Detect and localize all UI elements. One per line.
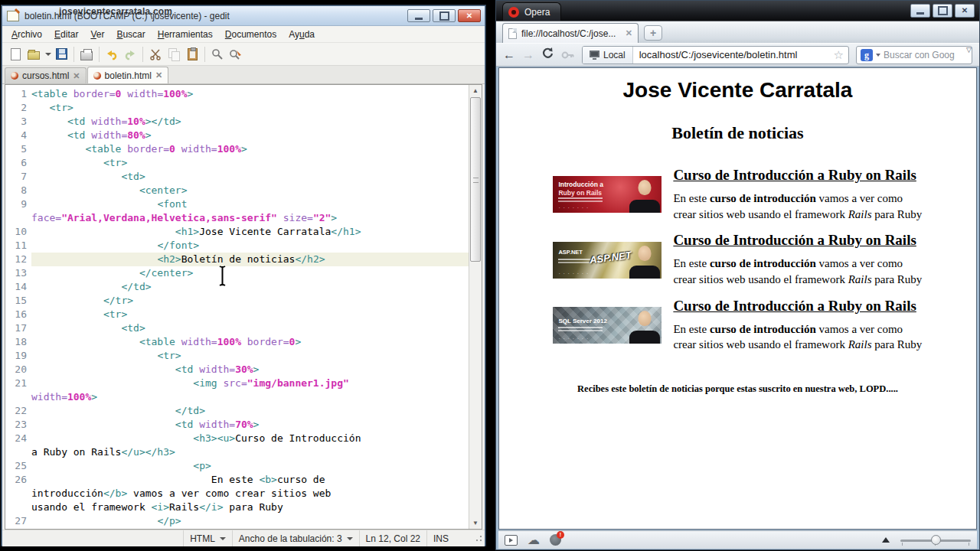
url-field[interactable]: localhost/C:/josevicente/boletin.html	[633, 49, 834, 60]
code-area[interactable]: 1<table border=0 width=100%>2 <tr>3 <td …	[5, 85, 469, 529]
menu-archivo[interactable]: Archivo	[5, 28, 48, 41]
open-dropdown-icon[interactable]	[43, 45, 52, 64]
code-line[interactable]: 6 <tr>	[5, 156, 469, 170]
code-line[interactable]: 27 </p>	[5, 514, 469, 528]
code-line[interactable]: 24 <h3><u>Curso de Introducción	[5, 432, 469, 445]
code-line[interactable]: 7 <td>	[5, 170, 469, 184]
gedit-close-button[interactable]: ✕	[458, 9, 481, 22]
local-badge[interactable]: Local	[583, 47, 633, 64]
zoom-menu-icon[interactable]	[882, 537, 890, 543]
turbo-icon[interactable]: !	[550, 534, 561, 546]
forward-icon[interactable]: →	[522, 49, 534, 61]
language-selector[interactable]: HTML	[183, 530, 232, 546]
code-line[interactable]: 20 <td width=30%>	[5, 363, 469, 377]
code-line[interactable]: 1<table border=0 width=100%>	[5, 87, 469, 101]
code-line[interactable]: a Ruby on Rails</u></h3>	[5, 445, 469, 459]
scroll-up-icon[interactable]: ▲	[469, 85, 482, 96]
back-icon[interactable]: ←	[503, 49, 515, 61]
undo-icon[interactable]	[103, 45, 121, 64]
code-line[interactable]: 13 </center>	[5, 266, 469, 280]
editor-tab-boletin.html[interactable]: boletin.html✕	[87, 67, 169, 83]
menu-herramientas[interactable]: Herramientas	[152, 28, 219, 41]
current-code-line[interactable]: 12 <h2>Boletín de noticias</h2>	[5, 253, 469, 266]
gedit-maximize-button[interactable]	[433, 9, 456, 22]
scroll-down-icon[interactable]: ▼	[469, 517, 482, 529]
editor-vertical-scrollbar[interactable]: ▲ ▼	[469, 85, 482, 529]
code-line[interactable]: 11 </font>	[5, 239, 469, 253]
opera-restore-button[interactable]	[933, 4, 952, 18]
find-replace-icon[interactable]	[227, 45, 245, 64]
scrollbar-thumb[interactable]	[470, 97, 481, 262]
code-line[interactable]: 21 <img src="img/banner1.jpg"	[5, 377, 469, 390]
tab-close-icon[interactable]: ✕	[155, 70, 162, 80]
tab-width-selector[interactable]: Ancho de la tabulación: 3	[232, 530, 359, 546]
code-line[interactable]: face="Arial,Verdana,Helvetica,sans-serif…	[5, 211, 469, 225]
code-line[interactable]: 16 <tr>	[5, 308, 469, 321]
code-line[interactable]: 9 <font	[5, 197, 469, 211]
search-engine-caret-icon[interactable]	[876, 54, 880, 57]
menu-ayuda[interactable]: Ayuda	[283, 28, 321, 41]
course-banner-image-aspnet[interactable]: ASP.NETASP.NET	[553, 242, 662, 279]
gedit-titlebar[interactable]: boletin.html (BOOTCAMP (C:) \josevicente…	[2, 6, 485, 26]
tab-list-chevron-icon[interactable]: ▽	[966, 46, 972, 54]
code-line[interactable]: 10 <h1>Jose Vicente Carratala</h1>	[5, 225, 469, 239]
code-line[interactable]: 17 <td>	[5, 321, 469, 335]
course-heading-link[interactable]: Curso de Introducción a Ruby on Rails	[673, 232, 927, 249]
code-line[interactable]: 15 </tr>	[5, 294, 469, 308]
code-line[interactable]: 18 <table width=100% border=0>	[5, 335, 469, 349]
search-box[interactable]: g Buscar con Goog	[856, 46, 972, 64]
panel-toggle-icon[interactable]	[505, 535, 518, 546]
gedit-minimize-button[interactable]	[407, 9, 430, 22]
opera-minimize-button[interactable]	[910, 4, 930, 18]
open-file-icon[interactable]	[24, 45, 43, 64]
cut-icon[interactable]	[146, 45, 165, 64]
code-line[interactable]: 4 <td width=80%>	[5, 129, 469, 142]
find-icon[interactable]	[208, 45, 227, 64]
code-line[interactable]: 22 </td>	[5, 404, 469, 418]
menu-documentos[interactable]: Documentos	[219, 28, 283, 41]
reload-icon[interactable]	[541, 47, 554, 63]
code-line[interactable]: width=100%>	[5, 390, 469, 404]
resize-grip[interactable]	[474, 534, 483, 543]
print-icon[interactable]	[77, 45, 96, 64]
menu-ver[interactable]: Ver	[84, 28, 110, 41]
course-heading-link[interactable]: Curso de Introducción a Ruby on Rails	[673, 298, 927, 315]
code-line[interactable]: 23 <td width=70%>	[5, 418, 469, 432]
code-line[interactable]: 2 <tr>	[5, 101, 469, 115]
code-line[interactable]: 19 <tr>	[5, 349, 469, 363]
browser-tab[interactable]: file://localhost/C:/jose... ✕	[502, 23, 639, 43]
instructor-photo	[629, 243, 661, 279]
bookmark-star-icon[interactable]: ☆	[834, 48, 848, 62]
new-tab-button[interactable]: +	[644, 25, 662, 41]
code-line[interactable]: 5 <table border=0 width=100%>	[5, 142, 469, 156]
code-line[interactable]: 26 En este <b>curso de	[5, 473, 469, 487]
code-line[interactable]: introducción</b> vamos a ver como crear …	[5, 487, 469, 500]
code-line[interactable]: 3 <td width=10%></td>	[5, 115, 469, 129]
zoom-slider[interactable]	[900, 534, 971, 546]
code-line[interactable]: usando el framework <i>Rails</i> para Ru…	[5, 500, 469, 514]
zoom-slider-handle[interactable]	[931, 535, 941, 545]
code-line[interactable]: 14 </td>	[5, 280, 469, 294]
code-line[interactable]: 25 <p>	[5, 459, 469, 473]
course-banner-image-sql[interactable]: SQL Server 2012	[553, 307, 662, 344]
course-banner-image-ruby[interactable]: Introducción aRuby on Rails	[553, 176, 662, 213]
tab-close-icon[interactable]: ✕	[73, 71, 80, 81]
opera-menu-button[interactable]: Opera	[502, 2, 561, 21]
menu-buscar[interactable]: Buscar	[110, 28, 151, 41]
course-heading-link[interactable]: Curso de Introducción a Ruby on Rails	[673, 167, 927, 184]
menu-editar[interactable]: Editar	[48, 28, 84, 41]
gedit-text-editor[interactable]: 1<table border=0 width=100%>2 <tr>3 <td …	[5, 84, 482, 530]
redo-icon[interactable]	[121, 45, 139, 64]
search-input[interactable]: Buscar con Goog	[884, 50, 955, 60]
paste-icon[interactable]	[183, 45, 201, 64]
cloud-sync-icon[interactable]: ☁	[528, 534, 540, 546]
editor-tab-cursos.html[interactable]: cursos.html✕	[5, 67, 87, 83]
copy-icon[interactable]	[165, 45, 183, 64]
opera-titlebar[interactable]: Opera ✕	[496, 1, 979, 21]
save-icon[interactable]	[52, 45, 70, 64]
opera-close-button[interactable]: ✕	[955, 4, 975, 18]
code-line[interactable]: 8 <center>	[5, 184, 469, 197]
new-document-icon[interactable]	[6, 45, 24, 64]
tab-close-icon[interactable]: ✕	[626, 28, 632, 38]
address-bar[interactable]: Local localhost/C:/josevicente/boletin.h…	[582, 46, 849, 64]
